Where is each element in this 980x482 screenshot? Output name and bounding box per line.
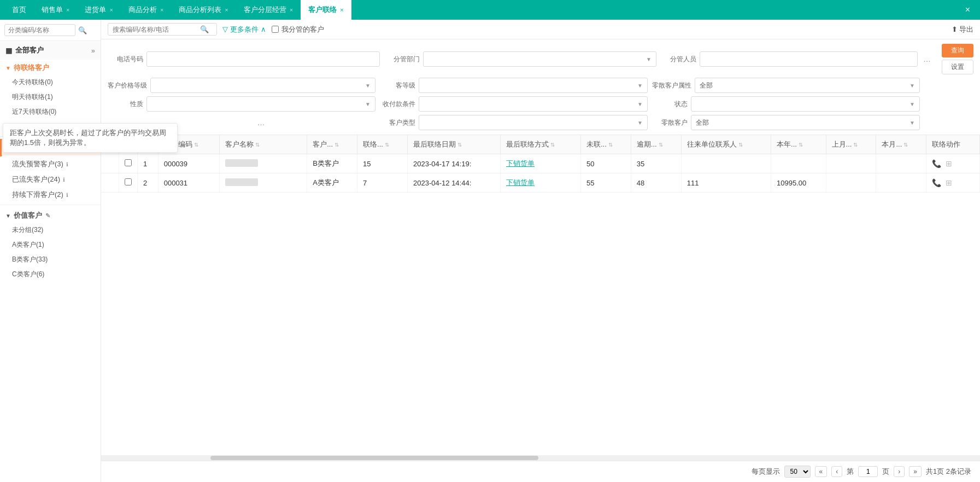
row1-select[interactable] (125, 159, 132, 166)
manager-select[interactable] (700, 51, 918, 67)
row2-method-link[interactable]: 下销货单 (506, 178, 535, 187)
close-purchase-tab[interactable]: × (109, 7, 113, 13)
sort-this-month[interactable]: ⇅ (903, 142, 908, 148)
nav-product-analysis[interactable]: 商品分析 × (121, 0, 171, 20)
sidebar-item-7days[interactable]: 近7天待联络(0) (0, 104, 101, 119)
edit-icon[interactable]: ✎ (45, 212, 50, 219)
close-product-list-tab[interactable]: × (225, 7, 228, 13)
status-select[interactable]: ▼ (691, 96, 920, 112)
group-pending-contact[interactable]: ▼ 待联络客户 (0, 60, 101, 75)
close-customer-segment-tab[interactable]: × (290, 7, 293, 13)
my-customers-checkbox[interactable] (272, 26, 279, 33)
row2-phone-icon[interactable]: 📞 (932, 178, 941, 187)
close-customer-contact-tab[interactable]: × (340, 7, 343, 13)
sidebar-item-lost-warning[interactable]: 流失预警客户(3) ℹ (0, 156, 101, 172)
close-sales-tab[interactable]: × (66, 7, 69, 13)
nature-select[interactable]: ▼ (146, 96, 375, 112)
search-icon[interactable]: 🔍 (200, 25, 209, 33)
search-input[interactable] (113, 26, 200, 33)
row4-ellipsis[interactable]: … (257, 118, 265, 127)
retail-attr-select[interactable]: 全部 ▼ (695, 78, 920, 93)
prev-page-button[interactable]: ‹ (831, 466, 842, 477)
col-unit-contact[interactable]: 往来单位联系人⇅ (681, 135, 771, 154)
col-contact[interactable]: 联络...⇅ (357, 135, 408, 154)
sidebar-item-tomorrow[interactable]: 明天待联络(1) (0, 90, 101, 104)
sidebar-item-class-c[interactable]: C类客户(6) (0, 267, 101, 282)
row2-grid-icon[interactable]: ⊞ (946, 178, 952, 187)
first-page-button[interactable]: « (815, 466, 828, 477)
last-page-button[interactable]: » (909, 466, 922, 477)
row1-checkbox[interactable] (119, 154, 138, 173)
phone-input[interactable] (146, 51, 380, 67)
query-button[interactable]: 查询 (942, 44, 973, 57)
close-product-analysis-tab[interactable]: × (160, 7, 163, 13)
col-this-year[interactable]: 本年...⇅ (771, 135, 826, 154)
sort-name[interactable]: ⇅ (255, 142, 260, 148)
sidebar-item-lost[interactable]: 已流失客户(24) ℹ (0, 172, 101, 187)
manager-ellipsis[interactable]: … (921, 55, 933, 63)
scroll-thumb[interactable] (210, 456, 538, 460)
payment-label: 收付款条件 (380, 100, 415, 109)
sidebar-item-ungrouped[interactable]: 未分组(32) (0, 223, 101, 237)
row2-last-method[interactable]: 下销货单 (501, 173, 581, 193)
sort-uncontacted[interactable]: ⇅ (608, 142, 613, 148)
nav-product-list[interactable]: 商品分析列表 × (171, 0, 236, 20)
sort-level[interactable]: ⇅ (335, 142, 339, 148)
retail-customer-select[interactable]: 全部 ▼ (691, 115, 920, 130)
sidebar-content: ▦ 全部客户 » ▼ 待联络客户 今天待联络(0) 明天待联络(1) 近7天待联… (0, 41, 101, 482)
sort-last-month[interactable]: ⇅ (853, 142, 858, 148)
sidebar-search-input[interactable] (4, 24, 75, 36)
sidebar-item-class-b[interactable]: B类客户(33) (0, 252, 101, 267)
horizontal-scrollbar[interactable] (101, 455, 980, 461)
row1-last-method[interactable]: 下销货单 (501, 154, 581, 173)
window-close-button[interactable]: × (960, 5, 976, 15)
sidebar-search-icon[interactable]: 🔍 (78, 26, 87, 34)
col-last-method[interactable]: 最后联络方式⇅ (501, 135, 581, 154)
page-number-input[interactable] (858, 466, 878, 477)
nav-sales[interactable]: 销售单 × (34, 0, 77, 20)
search-box[interactable]: 🔍 (108, 23, 217, 36)
export-button[interactable]: ⬆ 导出 (952, 25, 973, 34)
nav-home[interactable]: 首页 (4, 0, 34, 20)
col-uncontacted[interactable]: 未联...⇅ (580, 135, 631, 154)
sort-contact[interactable]: ⇅ (385, 142, 389, 148)
content-area: 🔍 ▽ 更多条件 ∧ 我分管的客户 ⬆ 导出 电话号码 (101, 20, 980, 482)
sidebar-item-today[interactable]: 今天待联络(0) (0, 75, 101, 90)
col-name[interactable]: 客户名称⇅ (219, 135, 307, 154)
sidebar-item-declining[interactable]: 持续下滑客户(2) ℹ (0, 187, 101, 202)
row2-checkbox[interactable] (119, 173, 138, 193)
price-level-select[interactable]: ▼ (150, 78, 375, 93)
row1-grid-icon[interactable]: ⊞ (946, 159, 952, 168)
customer-level-select[interactable]: ▼ (419, 78, 648, 93)
sidebar-item-class-a[interactable]: A类客户(1) (0, 237, 101, 252)
dept-select[interactable]: ▼ (423, 51, 656, 67)
page-size-select[interactable]: 50 (784, 466, 811, 478)
sort-unit-contact[interactable]: ⇅ (738, 142, 743, 148)
next-page-button[interactable]: › (894, 466, 905, 477)
filter-retail-attr: 零散客户属性 全部 ▼ (652, 78, 920, 93)
customer-type-select[interactable]: ▼ (419, 115, 648, 130)
sidebar-collapse-icon[interactable]: » (91, 47, 95, 55)
more-conditions-button[interactable]: ▽ 更多条件 ∧ (222, 25, 266, 34)
nav-purchase[interactable]: 进货单 × (77, 0, 120, 20)
col-level[interactable]: 客户...⇅ (307, 135, 357, 154)
sort-last-date[interactable]: ⇅ (457, 142, 462, 148)
row2-action-icons: 📞 ⊞ (932, 178, 974, 187)
payment-select[interactable]: ▼ (419, 96, 648, 112)
nav-customer-contact[interactable]: 客户联络 × (301, 0, 351, 20)
col-overdue[interactable]: 逾期...⇅ (631, 135, 681, 154)
group-value-customer[interactable]: ▼ 价值客户 ✎ (0, 207, 101, 223)
row1-method-link[interactable]: 下销货单 (506, 159, 535, 167)
col-last-month[interactable]: 上月...⇅ (826, 135, 876, 154)
col-last-date[interactable]: 最后联络日期⇅ (408, 135, 501, 154)
sort-last-method[interactable]: ⇅ (550, 142, 555, 148)
sort-this-year[interactable]: ⇅ (799, 142, 803, 148)
col-this-month[interactable]: 本月...⇅ (876, 135, 926, 154)
row1-phone-icon[interactable]: 📞 (932, 159, 941, 168)
sort-overdue[interactable]: ⇅ (659, 142, 663, 148)
settings-button[interactable]: 设置 (942, 60, 973, 74)
sidebar-all-customers[interactable]: ▦ 全部客户 » (0, 41, 101, 60)
nav-customer-segment[interactable]: 客户分层经营 × (236, 0, 301, 20)
sort-code[interactable]: ⇅ (194, 142, 198, 148)
row2-select[interactable] (125, 178, 132, 185)
